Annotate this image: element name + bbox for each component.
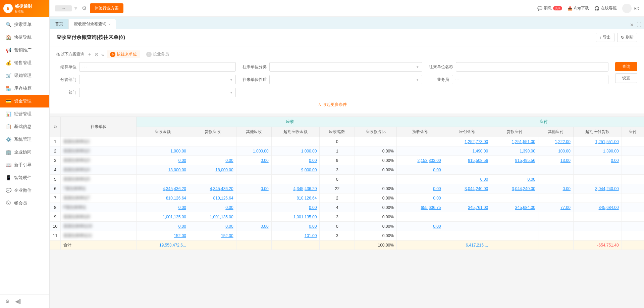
tab-close-icon[interactable]: × (108, 22, 110, 26)
tab-active-label: 应收应付余额查询 (74, 21, 106, 27)
cell-unit: 某某往来单位7 (61, 193, 137, 203)
sidebar-item-hardware[interactable]: 📱 智能硬件 (0, 171, 49, 184)
sidebar-settings-btn[interactable]: ⚙ (5, 299, 10, 304)
sidebar-collapse-btn[interactable]: ◀‖ (15, 299, 21, 304)
th-settings[interactable]: ⚙ (50, 117, 61, 137)
th-ar-overdue: 超期应收金额 (271, 127, 320, 137)
collapse-more-btn[interactable]: ∧ 收起更多条件 (56, 100, 608, 109)
sidebar-item-system[interactable]: ⚙️ 系统管理 (0, 133, 49, 146)
export-icon: ↑ (599, 35, 601, 40)
home-icon: 🏠 (5, 35, 11, 40)
sidebar: 6 畅捷通财 标准版 🔍 搜索菜单 🏠 快捷导航 📢 营销推广 💰 销售管理 🛒… (0, 0, 50, 308)
edit-scheme-btn[interactable]: ⊙ (95, 52, 99, 57)
close-window-btn[interactable]: ✕ (630, 22, 634, 28)
maximize-window-btn[interactable]: ⛶ (637, 22, 641, 28)
cell-unit: P某往来单位 (61, 203, 137, 212)
salesperson-label: 业务员 (429, 77, 449, 83)
app-download-btn[interactable]: 📥 App下载 (568, 5, 589, 11)
sidebar-item-operations[interactable]: 📊 经营管理 (0, 107, 49, 120)
collapse-scheme-btn[interactable]: « (101, 52, 104, 57)
sidebar-item-wechat[interactable]: 💬 企业微信 (0, 184, 49, 197)
sidebar-label-quicknav: 快捷导航 (14, 34, 32, 40)
footer-ar-total[interactable]: 19,553,472,6... (137, 240, 189, 250)
refresh-button[interactable]: ↻ 刷新 (617, 33, 637, 42)
chevron-down-icon4: ▼ (229, 91, 233, 94)
th-ap-other: 其他应付 (538, 127, 573, 137)
scheme-by-unit[interactable]: ⊙ 按往来单位 (107, 50, 140, 58)
scheme-by-salesperson[interactable]: ⊙ 按业务员 (143, 50, 172, 58)
sidebar-item-vip[interactable]: Ⓥ 畅会员 (0, 197, 49, 210)
breadcrumb-text: ··· (55, 5, 72, 11)
refresh-icon: ↻ (621, 35, 624, 40)
sidebar-item-purchase[interactable]: 🛒 采购管理 (0, 69, 49, 82)
message-btn[interactable]: 💬 消息 99+ (537, 5, 562, 11)
export-button[interactable]: ↑ 导出 (596, 33, 614, 42)
user-area[interactable]: Rit (622, 4, 639, 13)
filter-dept: 部门 ▼ (56, 88, 236, 97)
setting-button[interactable]: 设置 (615, 73, 637, 83)
th-ar-ratio: 应收款占比 (355, 127, 396, 137)
unit-nature-select[interactable]: ▼ (269, 75, 422, 84)
service-icon: 🎧 (594, 6, 599, 11)
th-ap-amount: 应付金额 (444, 127, 491, 137)
chevron-down-icon3: ▼ (416, 78, 419, 82)
cell-unit: 某某往来单位9 (61, 212, 137, 222)
tab-home[interactable]: 首页 (50, 19, 68, 29)
solution-button[interactable]: 体验行业方案 (90, 3, 123, 13)
tab-active[interactable]: 应收应付余额查询 × (68, 19, 116, 29)
cell-unit: 某某往来单位1 (61, 137, 137, 146)
table-row: 2某某往来单位21,000.001,000.001,000.0010.00%1,… (50, 146, 644, 156)
filter-unit-nature: 往来单位性质 ▼ (243, 75, 422, 84)
sidebar-item-finance[interactable]: 💳 资金管理 (0, 95, 49, 107)
query-button[interactable]: 查询 (615, 62, 637, 71)
topbar-settings-icon[interactable]: ⚙ (82, 5, 87, 11)
settlement-unit-label: 结算单位 (56, 64, 76, 70)
sidebar-item-guide[interactable]: 📖 新手引导 (0, 159, 49, 171)
salesperson-dots: ··· (455, 77, 460, 82)
th-ap-col: 应付 (622, 127, 644, 137)
table-row: 10某某往来单位100.000.000.000.0000.00%0.00 (50, 222, 644, 231)
dept-select[interactable]: ▼ (79, 88, 236, 97)
chevron-down-icon: ▼ (416, 65, 419, 69)
sidebar-item-marketing[interactable]: 📢 营销推广 (0, 44, 49, 56)
page-actions: ↑ 导出 ↻ 刷新 (596, 33, 637, 42)
sidebar-item-search[interactable]: 🔍 搜索菜单 (0, 18, 49, 31)
footer-ar-loan (189, 240, 236, 250)
sidebar-item-inventory[interactable]: 🏪 库存核算 (0, 82, 49, 95)
filter-salesperson: 业务员 ··· (429, 75, 608, 84)
scheme-salesperson-label: 按业务员 (153, 51, 169, 57)
online-service-btn[interactable]: 🎧 在线客服 (594, 5, 617, 11)
sidebar-item-enterprise[interactable]: 🏢 企业协同 (0, 146, 49, 159)
table-row: 4某某往来单位418,000.0018,000.009,000.0030.00%… (50, 165, 644, 175)
breadcrumb: ··· ▼ (55, 5, 78, 11)
filter-settlement-unit: 结算单位 ··· (56, 62, 236, 72)
salesperson-input[interactable]: ··· (452, 75, 608, 84)
filter-dept-manager: 分管部门 ▼ (56, 75, 236, 84)
unit-name-input[interactable] (456, 62, 608, 72)
sidebar-item-basic[interactable]: 📋 基础信息 (0, 120, 49, 133)
filter-buttons: 查询 设置 (615, 62, 637, 83)
export-label: 导出 (603, 35, 611, 40)
data-table-container: ⚙ 往来单位 应收 应付 应收金额 贷款应收 其他应收 超期应收金额 应收笔数 … (50, 117, 644, 250)
add-scheme-btn[interactable]: ＋ (87, 51, 92, 57)
table-row: 3某某往来单位30.000.000.000.0090.00%2,153,333.… (50, 156, 644, 165)
footer-ap-total[interactable]: 6,417,215.... (444, 240, 491, 250)
unit-category-select[interactable]: ▼ (269, 62, 422, 72)
settlement-unit-input[interactable]: ··· (79, 62, 236, 72)
table-row: 11某某往来单位11152.00152.00101.0030.00% (50, 231, 644, 240)
refresh-label: 刷新 (626, 35, 634, 40)
sidebar-item-sales[interactable]: 💰 销售管理 (0, 56, 49, 69)
footer-ap-overdue[interactable]: -654,751.40 (573, 240, 622, 250)
tab-bar: 首页 应收应付余额查询 × ✕ ⛶ (50, 17, 644, 29)
dept-manager-select[interactable]: ▼ (79, 75, 236, 84)
footer-settings-cell (50, 240, 61, 250)
sidebar-item-quicknav[interactable]: 🏠 快捷导航 (0, 31, 49, 44)
page-title: 应收应付余额查询(按往来单位) (56, 34, 125, 41)
th-ar-amount: 应收金额 (137, 127, 189, 137)
sidebar-label-system: 系统管理 (14, 136, 32, 142)
cell-unit: 某某往来单位4 (61, 165, 137, 175)
sidebar-label-marketing: 营销推广 (14, 47, 32, 53)
cell-unit: 某某往来单位11 (61, 231, 137, 240)
vip-icon: Ⓥ (5, 200, 11, 206)
page-header: 应收应付余额查询(按往来单位) ↑ 导出 ↻ 刷新 (50, 29, 644, 46)
